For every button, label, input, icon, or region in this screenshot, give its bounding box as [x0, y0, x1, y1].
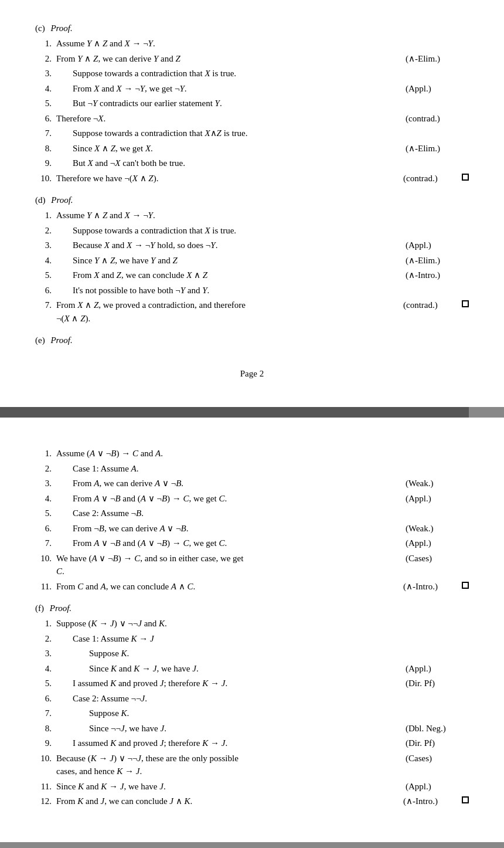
proof-e-list: 1. Assume (A ∨ ¬B) → C and A. 2. Case 1:…	[35, 447, 469, 593]
page-top: (c) Proof. 1. Assume Y ∧ Z and X → ¬Y. 2…	[0, 0, 504, 407]
section-d-label: (d)	[35, 195, 46, 205]
page-number: Page 2	[35, 369, 469, 379]
table-row: 6. Case 2: Assume ¬¬J.	[35, 692, 469, 705]
table-row: 1. Suppose (K → J) ∨ ¬¬J and K.	[35, 617, 469, 630]
page-bottom: 1. Assume (A ∨ ¬B) → C and A. 2. Case 1:…	[0, 418, 504, 842]
table-row: 10. Therefore we have ¬(X ∧ Z). (contrad…	[35, 172, 469, 185]
qed-box-e	[462, 582, 469, 589]
section-c-proof-label: Proof.	[50, 23, 72, 33]
table-row: 11. From C and A, we can conclude A ∧ C.…	[35, 580, 469, 593]
table-row: 5. Case 2: Assume ¬B.	[35, 507, 469, 520]
proof-f-list: 1. Suppose (K → J) ∨ ¬¬J and K. 2. Case …	[35, 617, 469, 808]
table-row: 7. Suppose towards a contradiction that …	[35, 127, 469, 140]
table-row: 5. I assumed K and proved J; therefore K…	[35, 677, 469, 690]
table-row: 9. I assumed K and proved J; therefore K…	[35, 737, 469, 750]
page-separator	[0, 407, 469, 418]
table-row: 5. From X and Z, we can conclude X ∧ Z (…	[35, 269, 469, 282]
table-row: 6. Therefore ¬X. (contrad.)	[35, 112, 469, 125]
section-d: (d) Proof. 1. Assume Y ∧ Z and X → ¬Y. 2…	[35, 195, 469, 325]
table-row: 9. But X and ¬X can't both be true.	[35, 157, 469, 170]
section-f-proof-label: Proof.	[50, 603, 71, 613]
qed-box-c	[462, 174, 469, 181]
table-row: 2. Case 1: Assume K → J	[35, 632, 469, 646]
table-row: 2. Suppose towards a contradiction that …	[35, 224, 469, 238]
table-row: 3. Suppose K.	[35, 647, 469, 660]
section-e: (e) Proof.	[35, 335, 469, 345]
section-d-proof-label: Proof.	[51, 195, 73, 205]
section-f: (f) Proof. 1. Suppose (K → J) ∨ ¬¬J and …	[35, 603, 469, 808]
table-row: 5. But ¬Y contradicts our earlier statem…	[35, 97, 469, 110]
section-e-continued: 1. Assume (A ∨ ¬B) → C and A. 2. Case 1:…	[35, 447, 469, 593]
table-row: 8. Since ¬¬J, we have J. (Dbl. Neg.)	[35, 722, 469, 735]
table-row: 7. From A ∨ ¬B and (A ∨ ¬B) → C, we get …	[35, 537, 469, 550]
table-row: 6. From ¬B, we can derive A ∨ ¬B. (Weak.…	[35, 522, 469, 535]
table-row: 3. Suppose towards a contradiction that …	[35, 67, 469, 80]
table-row: 1. Assume (A ∨ ¬B) → C and A.	[35, 447, 469, 460]
table-row: 1. Assume Y ∧ Z and X → ¬Y.	[35, 37, 469, 50]
table-row: 2. Case 1: Assume A.	[35, 462, 469, 476]
table-row: 10. We have (A ∨ ¬B) → C, and so in eith…	[35, 552, 469, 578]
table-row: 3. From A, we can derive A ∨ ¬B. (Weak.)	[35, 477, 469, 490]
section-f-label: (f)	[35, 603, 44, 613]
table-row: 2. From Y ∧ Z, we can derive Y and Z (∧-…	[35, 52, 469, 66]
table-row: 10. Because (K → J) ∨ ¬¬J, these are the…	[35, 752, 469, 778]
table-row: 11. Since K and K → J, we have J. (Appl.…	[35, 780, 469, 793]
table-row: 7. From X ∧ Z, we proved a contradiction…	[35, 299, 469, 325]
table-row: 8. Since X ∧ Z, we get X. (∧-Elim.)	[35, 142, 469, 155]
table-row: 4. Since K and K → J, we have J. (Appl.)	[35, 662, 469, 676]
table-row: 4. Since Y ∧ Z, we have Y and Z (∧-Elim.…	[35, 254, 469, 267]
table-row: 6. It's not possible to have both ¬Y and…	[35, 284, 469, 297]
table-row: 7. Suppose K.	[35, 707, 469, 720]
section-c: (c) Proof. 1. Assume Y ∧ Z and X → ¬Y. 2…	[35, 23, 469, 185]
qed-box-f	[462, 796, 469, 803]
proof-c-list: 1. Assume Y ∧ Z and X → ¬Y. 2. From Y ∧ …	[35, 37, 469, 185]
table-row: 4. From X and X → ¬Y, we get ¬Y. (Appl.)	[35, 82, 469, 96]
section-c-label: (c)	[35, 23, 45, 33]
table-row: 4. From A ∨ ¬B and (A ∨ ¬B) → C, we get …	[35, 492, 469, 506]
section-e-label: (e)	[35, 335, 45, 345]
qed-box-d	[462, 300, 469, 307]
table-row: 3. Because X and X → ¬Y hold, so does ¬Y…	[35, 239, 469, 252]
proof-d-list: 1. Assume Y ∧ Z and X → ¬Y. 2. Suppose t…	[35, 209, 469, 325]
table-row: 1. Assume Y ∧ Z and X → ¬Y.	[35, 209, 469, 222]
table-row: 12. From K and J, we can conclude J ∧ K.…	[35, 795, 469, 808]
section-e-proof-label: Proof.	[50, 335, 72, 345]
